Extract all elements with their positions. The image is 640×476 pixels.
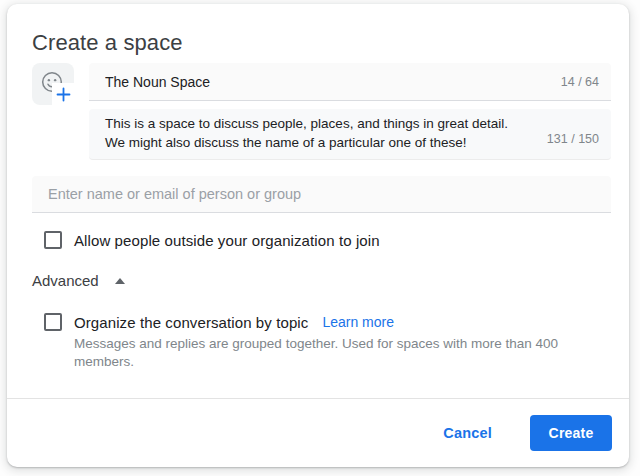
topics-row[interactable]: Organize the conversation by topic Learn… bbox=[44, 313, 611, 331]
space-description-field[interactable]: This is a space to discuss people, place… bbox=[89, 109, 611, 160]
dialog-footer: Cancel Create bbox=[7, 399, 629, 467]
name-char-counter: 14 / 64 bbox=[561, 75, 599, 89]
topics-checkbox[interactable] bbox=[44, 313, 62, 331]
page-title: Create a space bbox=[7, 4, 629, 56]
external-access-row[interactable]: Allow people outside your organization t… bbox=[44, 231, 611, 249]
advanced-toggle[interactable]: Advanced bbox=[32, 272, 125, 289]
create-space-dialog: Create a space 14 / 64 bbox=[7, 4, 629, 467]
add-members-field bbox=[32, 176, 611, 213]
topics-label[interactable]: Organize the conversation by topic bbox=[74, 314, 308, 331]
plus-icon bbox=[56, 87, 71, 102]
learn-more-link[interactable]: Learn more bbox=[322, 314, 394, 330]
space-description-text: This is a space to discuss people, place… bbox=[105, 116, 508, 150]
chevron-up-icon bbox=[115, 278, 125, 284]
description-char-counter: 131 / 150 bbox=[547, 130, 599, 149]
external-access-checkbox[interactable] bbox=[44, 231, 62, 249]
space-name-field: 14 / 64 bbox=[89, 63, 611, 101]
advanced-label: Advanced bbox=[32, 272, 99, 289]
screen: Create a space 14 / 64 bbox=[0, 0, 640, 476]
add-members-input[interactable] bbox=[32, 186, 611, 202]
external-access-label[interactable]: Allow people outside your organization t… bbox=[74, 232, 380, 249]
space-text-fields: 14 / 64 This is a space to discuss peopl… bbox=[89, 63, 611, 160]
space-avatar-picker[interactable] bbox=[32, 63, 74, 105]
cancel-button[interactable]: Cancel bbox=[433, 417, 502, 449]
create-button[interactable]: Create bbox=[530, 415, 612, 451]
topics-helper-text: Messages and replies are grouped togethe… bbox=[74, 335, 611, 371]
space-identity-row: 14 / 64 This is a space to discuss peopl… bbox=[32, 63, 611, 160]
space-name-input[interactable] bbox=[89, 74, 611, 90]
